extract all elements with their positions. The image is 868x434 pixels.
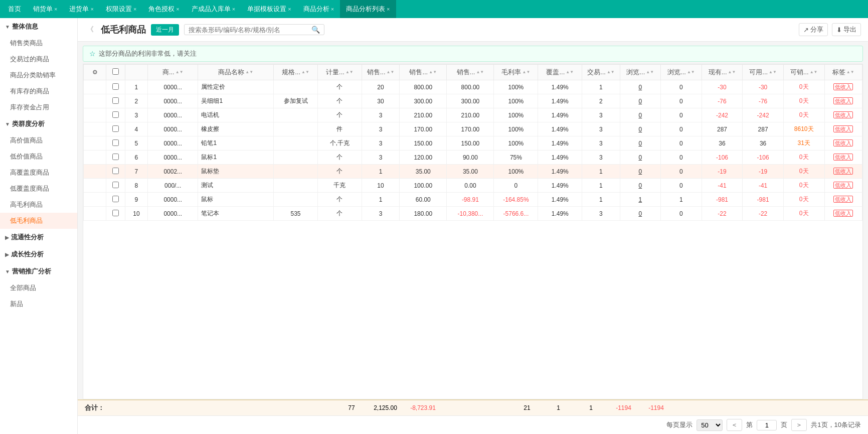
row-checkbox[interactable] [112,139,119,146]
sort-icon[interactable]: ▲▼ [566,70,574,74]
nav-role-auth[interactable]: 角色授权 × [142,0,185,18]
collapse-sidebar-button[interactable]: 《 [85,25,96,34]
close-icon[interactable]: × [54,6,57,12]
sort-icon[interactable]: ▲▼ [176,70,184,74]
row-checkbox[interactable] [112,83,119,90]
row-checkbox-cell[interactable] [106,122,125,136]
sort-icon[interactable]: ▲▼ [301,70,309,74]
sort-icon[interactable]: ▲▼ [607,70,615,74]
row-view1[interactable]: 0 [620,136,661,151]
row-checkbox[interactable] [112,154,119,160]
close-icon[interactable]: × [331,6,334,12]
row-checkbox-cell[interactable] [106,108,125,122]
row-view1[interactable]: 0 [620,207,661,221]
sort-icon[interactable]: ▲▼ [345,70,354,74]
row-checkbox-cell[interactable] [106,193,125,207]
row-checkbox-cell[interactable] [106,136,125,151]
close-icon[interactable]: × [176,6,179,12]
row-checkbox-cell[interactable] [106,165,125,179]
sidebar-group-cluster-title[interactable]: ▼ 类群度分析 [0,115,77,132]
share-button[interactable]: ↗ 分享 [799,23,828,36]
row-view1[interactable]: 0 [620,94,661,108]
sidebar-group-overall-title[interactable]: ▼ 整体信息 [0,18,77,35]
row-checkbox[interactable] [112,97,119,104]
sidebar-item-inventory-capital[interactable]: 库存资金占用 [0,99,77,115]
sidebar-item-high-profit[interactable]: 高毛利商品 [0,197,77,213]
close-icon[interactable]: × [387,6,390,12]
close-icon[interactable]: × [232,6,235,12]
row-checkbox-cell[interactable] [106,151,125,165]
nav-home[interactable]: 首页 [2,0,27,18]
sort-icon[interactable]: ▲▼ [646,70,654,74]
nav-product-analysis[interactable]: 商品分析 × [297,0,340,18]
row-view1[interactable]: 0 [620,80,661,94]
sort-icon[interactable]: ▲▼ [245,70,253,74]
sort-icon[interactable]: ▲▼ [522,70,530,74]
sidebar-item-low-profit[interactable]: 低毛利商品 [0,213,77,229]
sidebar-item-high-coverage[interactable]: 高覆盖度商品 [0,165,77,181]
col-header-settings[interactable]: ⚙ [84,65,106,80]
sort-icon[interactable]: ▲▼ [476,70,484,74]
per-page-select[interactable]: 50 100 200 [697,419,723,431]
row-checkbox-cell[interactable] [106,207,125,221]
row-checkbox[interactable] [112,210,119,216]
row-view1[interactable]: 0 [620,122,661,136]
sort-icon[interactable]: ▲▼ [687,70,695,74]
close-icon[interactable]: × [90,6,93,12]
sidebar-group-marketing-title[interactable]: ▼ 营销推广分析 [0,263,77,280]
sort-icon[interactable]: ▲▼ [728,70,736,74]
row-checkbox[interactable] [112,196,119,202]
sidebar-item-new-goods[interactable]: 新品 [0,296,77,312]
row-trade: 1 [582,179,620,193]
search-icon[interactable]: 🔍 [311,26,320,34]
nav-purchase-order[interactable]: 进货单 × [63,0,99,18]
table-row: 2 0000... 吴细细1 参加复试 个 30 300.00 300.00 1… [84,94,862,108]
sidebar-item-traded-goods[interactable]: 交易过的商品 [0,51,77,67]
sidebar-item-in-stock[interactable]: 有库存的商品 [0,83,77,99]
row-cover: 1.49% [538,80,582,94]
col-header-checkbox[interactable] [106,65,125,80]
row-view1[interactable]: 0 [620,179,661,193]
sidebar-item-sales-goods[interactable]: 销售类商品 [0,35,77,51]
nav-template-settings[interactable]: 单据模板设置 × [241,0,297,18]
search-input[interactable] [189,26,311,34]
sidebar-item-all-goods[interactable]: 全部商品 [0,280,77,296]
prev-page-button[interactable]: ＜ [727,419,742,431]
row-checkbox[interactable] [112,182,119,188]
close-icon[interactable]: × [288,6,291,12]
row-checkbox-cell[interactable] [106,80,125,94]
nav-product-analysis-list[interactable]: 商品分析列表 × [340,0,396,18]
sidebar-item-low-coverage[interactable]: 低覆盖度商品 [0,181,77,197]
row-view1[interactable]: 1 [620,193,661,207]
row-view1[interactable]: 0 [620,108,661,122]
row-checkbox-cell[interactable] [106,179,125,193]
row-checkbox[interactable] [112,111,119,118]
sidebar-group-growth-title[interactable]: ▶ 成长性分析 [0,246,77,263]
close-icon[interactable]: × [133,6,136,12]
row-checkbox-cell[interactable] [106,94,125,108]
sort-icon[interactable]: ▲▼ [810,70,818,74]
sidebar-item-category-rate[interactable]: 商品分类助销率 [0,67,77,83]
nav-permissions[interactable]: 权限设置 × [100,0,142,18]
row-view1[interactable]: 0 [620,165,661,179]
export-button[interactable]: ⬇ 导出 [832,23,861,36]
sort-icon[interactable]: ▲▼ [769,70,777,74]
sidebar-group-circulation-title[interactable]: ▶ 流通性分析 [0,229,77,246]
time-filter-button[interactable]: 近一月 [151,24,179,36]
nav-product-inbound[interactable]: 产成品入库单 × [186,0,241,18]
row-name: 吴细细1 [198,94,274,108]
next-page-button[interactable]: ＞ [791,419,807,431]
sort-icon[interactable]: ▲▼ [429,70,437,74]
sort-icon[interactable]: ▲▼ [387,70,395,74]
page-number-input[interactable] [757,420,777,430]
row-checkbox[interactable] [112,168,119,174]
sidebar-item-low-value[interactable]: 低价值商品 [0,149,77,165]
nav-sales-order[interactable]: 销货单 × [27,0,63,18]
select-all-checkbox[interactable] [112,68,119,75]
sidebar-item-high-value[interactable]: 高价值商品 [0,132,77,149]
row-checkbox[interactable] [112,125,119,132]
row-view1[interactable]: 0 [620,151,661,165]
row-avail: -41 [743,179,784,193]
sort-icon[interactable]: ▲▼ [846,70,854,74]
row-name: 测试 [198,179,274,193]
